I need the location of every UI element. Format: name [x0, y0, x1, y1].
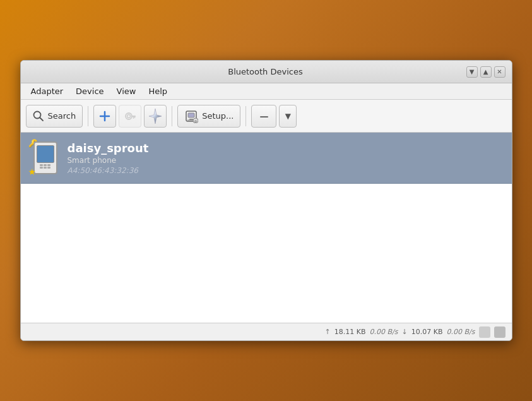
device-type: Smart phone — [68, 156, 149, 165]
maximize-button[interactable]: ▲ — [480, 66, 492, 78]
upload-speed: 0.00 B/s — [370, 328, 398, 336]
search-icon — [33, 111, 44, 122]
setup-icon: ⚙ — [184, 109, 198, 123]
status-icon-1 — [479, 326, 490, 338]
minus-icon: — — [259, 111, 268, 121]
device-name: daisy_sprout — [68, 141, 149, 155]
bluetooth-button[interactable] — [144, 105, 167, 128]
separator-2 — [172, 106, 172, 126]
search-label: Search — [48, 111, 76, 121]
upload-size: 18.11 KB — [334, 328, 366, 336]
download-icon: ↓ — [402, 328, 408, 336]
svg-marker-9 — [149, 109, 162, 124]
bluetooth-devices-window: Bluetooth Devices ▼ ▲ ✕ Adapter Device V… — [20, 60, 512, 341]
svg-text:⚙: ⚙ — [194, 119, 198, 123]
menubar: Adapter Device View Help — [21, 83, 512, 100]
empty-device-area — [21, 184, 512, 323]
device-address: A4:50:46:43:32:36 — [68, 166, 149, 175]
add-icon — [98, 110, 111, 123]
bluetooth-icon — [146, 107, 164, 125]
phone-key — [40, 164, 43, 166]
phone-key — [47, 164, 50, 166]
svg-point-4 — [126, 113, 132, 119]
separator-3 — [245, 106, 246, 126]
phone-keypad — [40, 164, 50, 169]
menu-view[interactable]: View — [112, 85, 141, 98]
svg-point-0 — [33, 111, 40, 118]
svg-rect-11 — [188, 113, 194, 117]
statusbar: ↑ 18.11 KB 0.00 B/s ↓ 10.07 KB 0.00 B/s — [21, 323, 512, 340]
titlebar: Bluetooth Devices ▼ ▲ ✕ — [21, 61, 512, 83]
status-icon-2 — [494, 326, 505, 338]
menu-device[interactable]: Device — [71, 85, 109, 98]
phone-icon — [33, 141, 57, 174]
device-item[interactable]: 🔑 ★ daisy_sprout — [21, 133, 512, 184]
trusted-star-icon: ★ — [28, 167, 37, 177]
add-button[interactable] — [93, 105, 116, 128]
device-info: daisy_sprout Smart phone A4:50:46:43:32:… — [68, 141, 149, 175]
remove-button[interactable]: — — [251, 105, 276, 128]
svg-point-5 — [127, 114, 131, 117]
device-icon-area: 🔑 ★ — [28, 139, 61, 177]
toolbar: Search — [21, 100, 512, 133]
key-icon — [124, 110, 136, 123]
upload-icon: ↑ — [325, 328, 331, 336]
menu-help[interactable]: Help — [143, 85, 172, 98]
pair-button[interactable] — [119, 105, 141, 128]
phone-key — [40, 167, 43, 169]
minimize-button[interactable]: ▼ — [466, 66, 478, 78]
separator-1 — [88, 106, 88, 126]
window-title: Bluetooth Devices — [65, 67, 466, 76]
menu-adapter[interactable]: Adapter — [26, 85, 69, 98]
dropdown-arrow-icon: ▼ — [285, 112, 291, 121]
phone-key — [44, 164, 47, 166]
titlebar-controls: ▼ ▲ ✕ — [466, 66, 505, 78]
svg-line-1 — [40, 117, 43, 121]
download-size: 10.07 KB — [411, 328, 443, 336]
setup-label: Setup... — [202, 111, 233, 121]
setup-button[interactable]: ⚙ Setup... — [177, 105, 240, 128]
search-button[interactable]: Search — [26, 105, 83, 128]
device-list: 🔑 ★ daisy_sprout — [21, 133, 512, 323]
phone-screen — [37, 145, 54, 163]
phone-key — [47, 167, 50, 169]
download-speed: 0.00 B/s — [447, 328, 475, 336]
dropdown-button[interactable]: ▼ — [279, 105, 297, 128]
close-button[interactable]: ✕ — [494, 66, 505, 78]
phone-key — [44, 167, 47, 169]
